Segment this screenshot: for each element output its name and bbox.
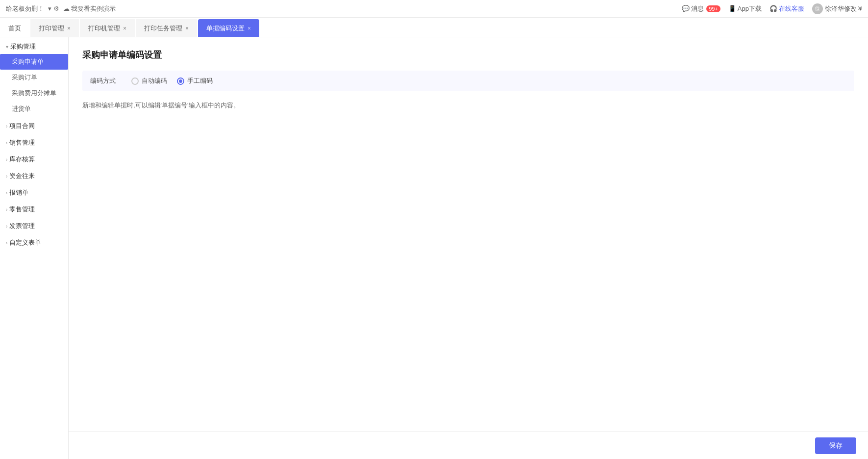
- sidebar-group-purchase-header[interactable]: ▾ 采购管理: [0, 37, 68, 54]
- tab-close-doc-code[interactable]: ×: [248, 25, 251, 32]
- collapse-arrow-project: ›: [6, 124, 7, 129]
- bottom-bar: 保存: [69, 432, 868, 459]
- tab-print-mgmt[interactable]: 打印管理 ×: [30, 19, 79, 37]
- collapse-arrow-fund: ›: [6, 174, 7, 179]
- sidebar-group-inventory-header[interactable]: › 库存核算: [0, 150, 68, 167]
- save-button[interactable]: 保存: [815, 437, 856, 454]
- sidebar-group-retail: › 零售管理: [0, 200, 68, 217]
- settings-btn[interactable]: ⚙: [53, 5, 59, 12]
- tab-bar: 首页 打印管理 × 打印机管理 × 打印任务管理 × 单据编码设置 × ×: [0, 18, 868, 37]
- message-badge: 99+: [706, 5, 720, 12]
- message-icon: 💬: [682, 5, 690, 12]
- sidebar-group-project-header[interactable]: › 项目合同: [0, 117, 68, 133]
- collapse-arrow-custom: ›: [6, 240, 7, 246]
- radio-group: 自动编码 手工编码: [131, 76, 213, 85]
- collapse-arrow-expense: ›: [6, 190, 7, 196]
- dropdown-btn[interactable]: ▾: [48, 5, 51, 12]
- content-inner: 采购申请单编码设置 编码方式 自动编码 手工编码 新增和编辑单据时,可以编辑'单…: [69, 37, 868, 432]
- message-btn[interactable]: 💬 消息 99+: [682, 4, 720, 13]
- sidebar-group-project-contract: › 项目合同: [0, 117, 68, 133]
- sidebar-group-invoice: › 发票管理: [0, 217, 68, 233]
- window-close-btn[interactable]: ×: [852, 0, 868, 17]
- online-service-btn[interactable]: 🎧 在线客服: [769, 4, 804, 13]
- main-layout: ▾ 采购管理 采购申请单 采购订单 采购费用分摊单 进货单 › 项目合同 › 销…: [0, 37, 868, 459]
- collapse-arrow-inventory: ›: [6, 157, 7, 162]
- sidebar-item-purchase-order[interactable]: 采购订单: [0, 70, 68, 85]
- sidebar-group-sales: › 销售管理: [0, 133, 68, 150]
- tab-printer-mgmt[interactable]: 打印机管理 ×: [80, 19, 135, 37]
- sidebar-group-retail-header[interactable]: › 零售管理: [0, 200, 68, 217]
- sidebar-group-custom-header[interactable]: › 自定义表单: [0, 233, 68, 250]
- sidebar-group-invoice-header[interactable]: › 发票管理: [0, 217, 68, 233]
- radio-manual-circle: [177, 77, 184, 85]
- top-bar-actions: ▾ ⚙: [48, 5, 59, 12]
- top-bar-right: 💬 消息 99+ 📱 App下载 🎧 在线客服 徐 徐泽华修改 ▾: [682, 3, 862, 14]
- sidebar-group-expense: › 报销单: [0, 183, 68, 200]
- encoding-row: 编码方式 自动编码 手工编码: [82, 71, 854, 91]
- encoding-method-label: 编码方式: [90, 76, 116, 85]
- sidebar-item-purchase-expense[interactable]: 采购费用分摊单: [0, 85, 68, 101]
- sidebar-group-inventory: › 库存核算: [0, 150, 68, 167]
- sidebar-group-fund: › 资金往来: [0, 167, 68, 183]
- tab-close-printer-mgmt[interactable]: ×: [123, 25, 126, 32]
- top-bar-left: 给老板勿删！ ▾ ⚙ ☁ 我要看实例演示: [6, 4, 116, 13]
- tab-close-print-mgmt[interactable]: ×: [67, 25, 71, 32]
- tab-home[interactable]: 首页: [0, 19, 29, 37]
- sidebar-group-expense-header[interactable]: › 报销单: [0, 183, 68, 200]
- page-title: 采购申请单编码设置: [82, 49, 854, 61]
- content-area: 采购申请单编码设置 编码方式 自动编码 手工编码 新增和编辑单据时,可以编辑'单…: [69, 37, 868, 459]
- phone-icon: 📱: [728, 5, 736, 12]
- collapse-arrow-purchase: ▾: [6, 44, 8, 50]
- tab-close-print-task[interactable]: ×: [185, 25, 189, 32]
- sidebar-group-custom-form: › 自定义表单: [0, 233, 68, 250]
- top-bar: 给老板勿删！ ▾ ⚙ ☁ 我要看实例演示 💬 消息 99+ 📱 App下载 🎧 …: [0, 0, 868, 18]
- sidebar-group-sales-header[interactable]: › 销售管理: [0, 133, 68, 150]
- sidebar-group-fund-header[interactable]: › 资金往来: [0, 167, 68, 183]
- tab-doc-code-settings[interactable]: 单据编码设置 ×: [198, 19, 259, 37]
- radio-auto-label[interactable]: 自动编码: [131, 76, 167, 85]
- cloud-icon: ☁: [63, 5, 70, 12]
- sidebar-item-purchase-request[interactable]: 采购申请单: [0, 54, 68, 70]
- sidebar: ▾ 采购管理 采购申请单 采购订单 采购费用分摊单 进货单 › 项目合同 › 销…: [0, 37, 69, 459]
- tab-print-task[interactable]: 打印任务管理 ×: [136, 19, 197, 37]
- avatar: 徐: [812, 3, 823, 14]
- collapse-arrow-invoice: ›: [6, 224, 7, 229]
- radio-manual-label[interactable]: 手工编码: [177, 76, 213, 85]
- app-download-btn[interactable]: 📱 App下载: [728, 4, 762, 13]
- top-bar-title: 给老板勿删！: [6, 4, 44, 13]
- demo-link-btn[interactable]: ☁ 我要看实例演示: [63, 4, 116, 13]
- collapse-arrow-retail: ›: [6, 207, 7, 212]
- radio-auto-circle: [131, 77, 139, 85]
- collapse-arrow-sales: ›: [6, 140, 7, 146]
- sidebar-group-purchase: ▾ 采购管理 采购申请单 采购订单 采购费用分摊单 进货单: [0, 37, 68, 117]
- headset-icon: 🎧: [769, 5, 777, 12]
- sidebar-item-purchase-receipt[interactable]: 进货单: [0, 101, 68, 117]
- hint-text: 新增和编辑单据时,可以编辑'单据编号'输入框中的内容。: [82, 101, 854, 110]
